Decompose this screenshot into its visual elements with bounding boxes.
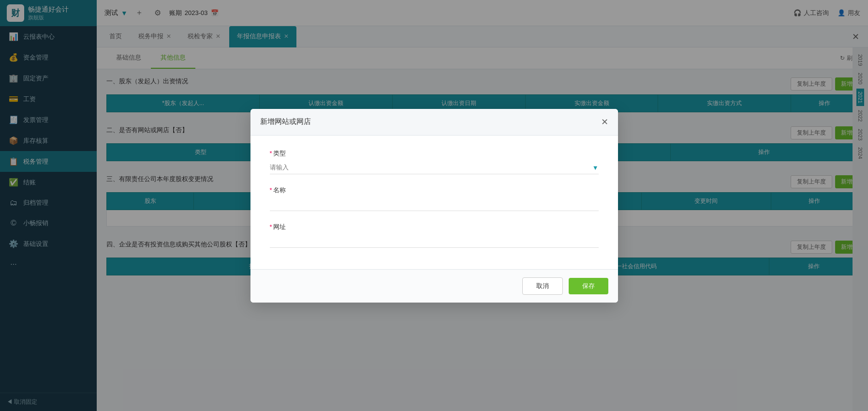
type-input[interactable] [270,161,599,174]
form-row-url: *网址 [270,223,599,248]
name-input[interactable] [270,198,599,211]
modal-close-button[interactable]: ✕ [601,117,608,127]
type-label: *类型 [270,149,599,158]
url-input[interactable] [270,234,599,248]
modal-overlay: 新增网站或网店 ✕ *类型 ▼ *名称 [0,0,868,411]
type-select-wrapper: ▼ [270,161,599,174]
name-label: *名称 [270,186,599,195]
form-row-name: *名称 [270,186,599,211]
cancel-button[interactable]: 取消 [522,277,563,295]
modal-footer: 取消 保存 [250,269,618,303]
modal-header: 新增网站或网店 ✕ [250,109,618,136]
form-row-type: *类型 ▼ [270,149,599,174]
modal-add-website: 新增网站或网店 ✕ *类型 ▼ *名称 [250,109,618,303]
save-button[interactable]: 保存 [569,278,608,294]
modal-title: 新增网站或网店 [260,117,311,126]
url-label: *网址 [270,223,599,231]
modal-body: *类型 ▼ *名称 *网址 [250,136,618,269]
